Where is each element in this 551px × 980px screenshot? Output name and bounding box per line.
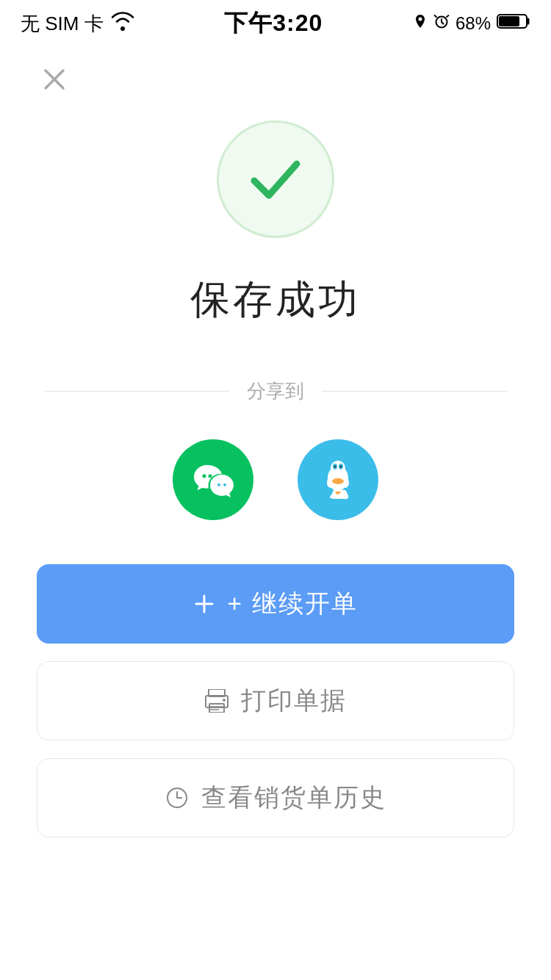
- actions-section: + 继续开单 打印单据: [0, 564, 551, 837]
- share-divider-left: [44, 391, 229, 392]
- svg-point-7: [209, 475, 212, 478]
- svg-point-18: [332, 478, 344, 484]
- status-right: 68%: [413, 12, 530, 35]
- history-label: 查看销货单历史: [201, 781, 386, 815]
- status-left: 无 SIM 卡: [21, 11, 134, 37]
- qq-share-button[interactable]: [298, 439, 378, 520]
- svg-point-8: [217, 483, 220, 486]
- wechat-share-button[interactable]: [173, 439, 253, 520]
- success-title: 保存成功: [190, 273, 361, 327]
- history-button[interactable]: 查看销货单历史: [37, 758, 514, 837]
- continue-button[interactable]: + 继续开单: [37, 564, 514, 644]
- no-sim-label: 无 SIM 卡: [21, 11, 104, 37]
- share-section: 分享到: [0, 378, 551, 520]
- print-label: 打印单据: [241, 684, 347, 718]
- close-button[interactable]: [34, 59, 75, 100]
- share-icons-row: [173, 439, 378, 520]
- share-label: 分享到: [229, 378, 322, 404]
- svg-point-9: [223, 483, 226, 486]
- share-divider-row: 分享到: [0, 378, 551, 404]
- alarm-icon: [433, 13, 450, 34]
- svg-point-6: [203, 475, 206, 478]
- svg-point-16: [334, 466, 336, 468]
- print-button[interactable]: 打印单据: [37, 661, 514, 741]
- wifi-icon: [111, 12, 134, 36]
- status-time: 下午3:20: [224, 7, 323, 40]
- success-icon-circle: [217, 120, 334, 238]
- continue-label: + 继续开单: [227, 587, 357, 621]
- battery-label: 68%: [455, 13, 491, 34]
- svg-point-17: [340, 466, 342, 468]
- svg-point-0: [418, 18, 422, 21]
- battery-icon: [497, 12, 530, 35]
- location-icon: [413, 13, 428, 34]
- plus-icon: [193, 593, 215, 615]
- svg-point-26: [223, 699, 226, 702]
- history-icon: [165, 785, 190, 810]
- share-divider-right: [322, 391, 507, 392]
- svg-rect-3: [499, 16, 519, 26]
- svg-point-13: [331, 461, 345, 475]
- status-bar: 无 SIM 卡 下午3:20 68%: [0, 0, 551, 47]
- main-content: 保存成功 分享到: [0, 47, 551, 837]
- print-icon: [204, 689, 229, 713]
